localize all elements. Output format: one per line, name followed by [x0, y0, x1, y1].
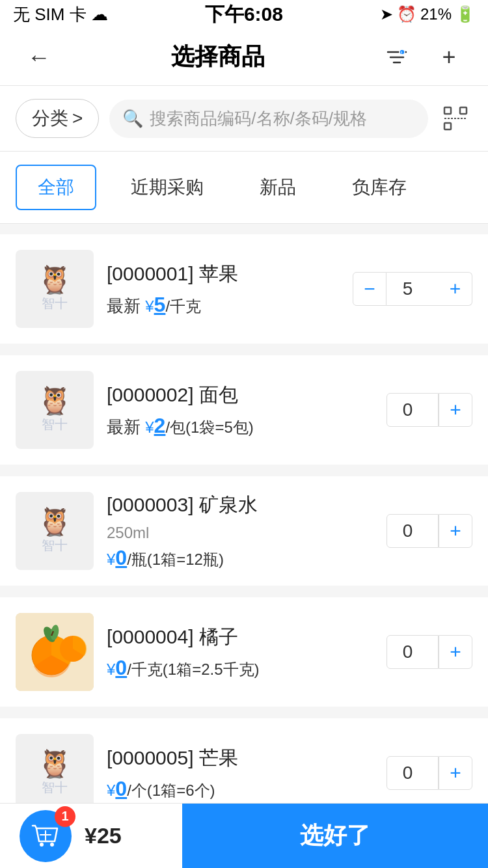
- status-right: ➤ ⏰ 21% 🔋: [380, 5, 475, 23]
- product-name: [0000005] 芒果: [107, 745, 373, 772]
- price-symbol: ¥: [107, 660, 115, 678]
- back-button[interactable]: ←: [20, 44, 59, 71]
- qty-control-0000002: +: [386, 393, 472, 427]
- product-info-0000004: [0000004] 橘子 ¥0/千克(1箱=2.5千克): [94, 624, 386, 680]
- confirm-button[interactable]: 选好了: [182, 804, 488, 869]
- brand-text: 智十: [42, 416, 68, 433]
- add-button[interactable]: +: [429, 44, 468, 71]
- status-left: 无 SIM 卡 ☁: [13, 3, 108, 26]
- cart-total: ¥25: [85, 823, 122, 848]
- price-label: 最新: [107, 296, 145, 316]
- svg-text:!: !: [401, 51, 402, 55]
- divider-2: [0, 466, 488, 476]
- price-value: 0: [115, 656, 127, 679]
- qty-control-0000001: − +: [353, 272, 472, 306]
- search-bar[interactable]: 🔍 搜索商品编码/名称/条码/规格: [109, 100, 428, 138]
- tab-all[interactable]: 全部: [16, 165, 96, 210]
- scan-button[interactable]: [439, 102, 472, 135]
- product-thumb-0000004: [16, 613, 94, 691]
- price-symbol: ¥: [107, 550, 115, 568]
- filter-bar: 分类 > 🔍 搜索商品编码/名称/条码/规格: [0, 86, 488, 152]
- qty-plus-button[interactable]: +: [439, 272, 472, 306]
- cart-area: 1 ¥25: [0, 810, 182, 862]
- qty-control-0000003: +: [386, 514, 472, 548]
- product-spec: 250ml: [107, 524, 373, 542]
- price-unit: /个(1箱=6个): [127, 781, 215, 799]
- battery-text: 21%: [420, 5, 452, 23]
- owl-icon: 🦉: [38, 750, 72, 778]
- product-item-0000003: 🦉 智十 [0000003] 矿泉水 250ml ¥0/瓶(1箱=12瓶) +: [0, 476, 488, 586]
- nav-bar: ← 选择商品 ! +: [0, 29, 488, 86]
- price-value: 2: [154, 414, 166, 437]
- product-price: ¥0/个(1箱=6个): [107, 777, 373, 801]
- qty-plus-button[interactable]: +: [439, 393, 472, 427]
- price-value: 0: [115, 777, 127, 800]
- price-label: 最新: [107, 417, 145, 437]
- price-value: 0: [115, 546, 127, 569]
- svg-rect-5: [444, 107, 451, 114]
- tab-negative-stock[interactable]: 负库存: [331, 165, 428, 210]
- filter-button[interactable]: !: [377, 46, 416, 69]
- product-name: [0000002] 面包: [107, 382, 373, 409]
- price-unit: /包(1袋=5包): [165, 418, 253, 436]
- qty-control-0000004: +: [386, 635, 472, 669]
- battery-icon: 🔋: [455, 5, 475, 23]
- product-item-0000001: 🦉 智十 [0000001] 苹果 最新 ¥5/千克 − +: [0, 234, 488, 344]
- product-list: 🦉 智十 [0000001] 苹果 最新 ¥5/千克 − + 🦉 智十 [: [0, 234, 488, 868]
- search-placeholder: 搜索商品编码/名称/条码/规格: [150, 107, 367, 130]
- orange-image: [16, 613, 94, 691]
- price-symbol: ¥: [145, 418, 154, 436]
- svg-rect-7: [444, 123, 451, 129]
- owl-placeholder: 🦉 智十: [38, 508, 72, 554]
- owl-placeholder: 🦉 智十: [38, 750, 72, 796]
- product-info-0000001: [0000001] 苹果 最新 ¥5/千克: [94, 261, 353, 318]
- page-title: 选择商品: [59, 41, 377, 73]
- qty-minus-button[interactable]: −: [353, 272, 386, 306]
- product-price: 最新 ¥5/千克: [107, 293, 340, 318]
- qty-input[interactable]: [386, 514, 439, 548]
- qty-plus-button[interactable]: +: [439, 635, 472, 669]
- category-button[interactable]: 分类 >: [16, 99, 99, 138]
- divider-3: [0, 587, 488, 597]
- price-symbol: ¥: [145, 297, 154, 315]
- cart-icon-wrap[interactable]: 1: [20, 810, 72, 862]
- product-thumb-0000001: 🦉 智十: [16, 250, 94, 328]
- svg-rect-6: [460, 107, 467, 114]
- qty-input[interactable]: [386, 756, 439, 790]
- brand-text: 智十: [42, 779, 68, 796]
- price-unit: /千克: [165, 297, 201, 315]
- product-price: 最新 ¥2/包(1袋=5包): [107, 414, 373, 439]
- price-value: 5: [154, 293, 166, 316]
- svg-point-17: [50, 843, 54, 847]
- product-thumb-0000005: 🦉 智十: [16, 734, 94, 812]
- qty-plus-button[interactable]: +: [439, 514, 472, 548]
- status-time: 下午6:08: [205, 1, 283, 28]
- product-price: ¥0/瓶(1箱=12瓶): [107, 546, 373, 570]
- product-name: [0000003] 矿泉水: [107, 492, 373, 519]
- brand-text: 智十: [42, 295, 68, 312]
- status-bar: 无 SIM 卡 ☁ 下午6:08 ➤ ⏰ 21% 🔋: [0, 0, 488, 29]
- product-info-0000003: [0000003] 矿泉水 250ml ¥0/瓶(1箱=12瓶): [94, 492, 386, 570]
- product-item-0000004: [0000004] 橘子 ¥0/千克(1箱=2.5千克) +: [0, 597, 488, 707]
- owl-icon: 🦉: [38, 508, 72, 536]
- cart-badge: 1: [55, 806, 75, 827]
- divider-1: [0, 345, 488, 355]
- alarm-icon: ⏰: [397, 5, 416, 23]
- divider-4: [0, 708, 488, 718]
- tab-recent[interactable]: 近期采购: [109, 165, 225, 210]
- product-price: ¥0/千克(1箱=2.5千克): [107, 656, 373, 680]
- product-thumb-0000003: 🦉 智十: [16, 492, 94, 570]
- price-symbol: ¥: [107, 781, 115, 799]
- qty-input[interactable]: [386, 272, 439, 306]
- chevron-right-icon: >: [72, 108, 83, 129]
- qty-input[interactable]: [386, 393, 439, 427]
- qty-plus-button[interactable]: +: [439, 756, 472, 790]
- category-label: 分类: [32, 106, 68, 131]
- owl-placeholder: 🦉 智十: [38, 266, 72, 312]
- cart-icon: [31, 822, 60, 850]
- product-name: [0000001] 苹果: [107, 261, 340, 288]
- brand-text: 智十: [42, 537, 68, 554]
- qty-input[interactable]: [386, 635, 439, 669]
- tab-new[interactable]: 新品: [238, 165, 318, 210]
- tabs-bar: 全部 近期采购 新品 负库存: [0, 152, 488, 224]
